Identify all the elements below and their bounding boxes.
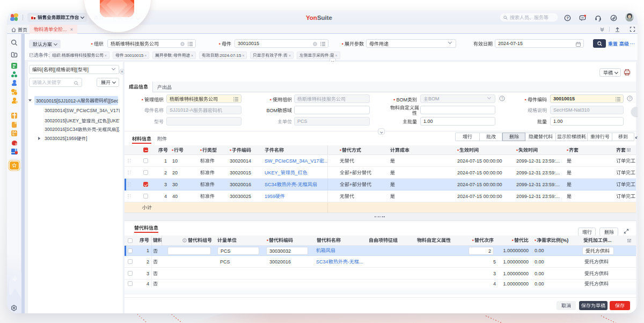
svg-text:?: ?: [566, 16, 569, 20]
svg-text:?: ?: [629, 97, 631, 100]
svg-text:?: ?: [501, 97, 503, 100]
